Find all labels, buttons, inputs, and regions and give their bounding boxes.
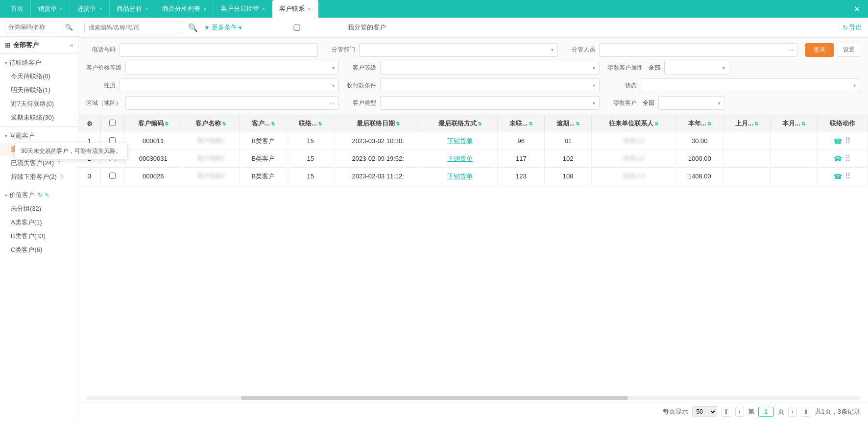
tab-customer-segment[interactable]: 客户分层经营 ×: [214, 0, 272, 18]
staff-select[interactable]: ···: [599, 43, 797, 57]
tab-purchase-close[interactable]: ×: [99, 6, 102, 12]
cell-last-contact-method[interactable]: 下销货单: [422, 168, 498, 185]
sidebar-item-at-risk[interactable]: 流失预警客户(3) ⚠: [0, 143, 78, 156]
tab-customer-contact-close[interactable]: ×: [308, 6, 311, 12]
customer-type-select[interactable]: ▾: [380, 96, 600, 110]
prev-page-button[interactable]: ‹: [735, 407, 744, 417]
search-button[interactable]: 🔍: [188, 23, 198, 32]
refresh-icon[interactable]: ↻: [38, 192, 43, 198]
more-conditions-button[interactable]: ▼ 更多条件 ▾: [204, 23, 242, 32]
sidebar-item-week[interactable]: 近7天待联络(0): [0, 97, 78, 111]
cell-last-contact-method[interactable]: 下销货单: [422, 132, 498, 150]
region-more-icon[interactable]: ···: [330, 99, 335, 106]
tab-customer-segment-close[interactable]: ×: [262, 6, 265, 12]
sidebar-item-today[interactable]: 今天待联络(0): [0, 70, 78, 83]
edit-icon[interactable]: ✎: [45, 192, 49, 198]
tab-sales-close[interactable]: ×: [60, 6, 63, 12]
sidebar-section-pending-title[interactable]: ▾ 待联络客户: [0, 56, 78, 70]
price-grade-select[interactable]: ▾: [125, 61, 339, 74]
search-input[interactable]: [84, 22, 182, 33]
cell-action: ☎ ⠿: [817, 132, 868, 150]
contact-action-icon[interactable]: ☎: [834, 173, 842, 180]
tab-product-analysis-list[interactable]: 商品分析列表 ×: [155, 0, 214, 18]
col-contacts[interactable]: 联络...⇅: [287, 115, 334, 132]
row-checkbox[interactable]: [109, 173, 116, 179]
col-last-date[interactable]: 最后联络日期⇅: [334, 115, 422, 132]
last-page-button[interactable]: ⟫: [801, 407, 811, 417]
export-button[interactable]: ↻ 导出: [843, 23, 862, 32]
col-no-contact[interactable]: 未联...⇅: [498, 115, 545, 132]
col-code[interactable]: 客户编码⇅: [124, 115, 182, 132]
sidebar-section-value-title[interactable]: ▾ 价值客户 ↻ ✎: [0, 188, 78, 202]
query-button[interactable]: 查询: [805, 43, 834, 57]
more-action-icon[interactable]: ⠿: [845, 172, 851, 181]
dept-select[interactable]: ▾: [359, 43, 557, 57]
col-overdue[interactable]: 逾期...⇅: [545, 115, 592, 132]
col-last-month[interactable]: 上月...⇅: [723, 115, 770, 132]
cell-last-contact-method[interactable]: 下销货单: [422, 150, 498, 168]
select-all-checkbox[interactable]: [109, 120, 116, 126]
tab-sales[interactable]: 销货单 ×: [31, 0, 70, 18]
more-action-icon[interactable]: ⠿: [845, 136, 851, 146]
status-select[interactable]: ▾: [641, 78, 860, 92]
contact-method-link[interactable]: 下销货单: [447, 137, 473, 145]
contact-method-link[interactable]: 下销货单: [447, 155, 473, 162]
sidebar-item-overdue[interactable]: 逾期未联络(30): [0, 111, 78, 124]
payment-select[interactable]: ▾: [380, 78, 600, 92]
col-unit-contact[interactable]: 往来单位联系人⇅: [592, 115, 676, 132]
tab-product-analysis-list-close[interactable]: ×: [203, 6, 206, 12]
row-checkbox[interactable]: [109, 137, 116, 144]
my-customers-filter[interactable]: 我分管的客户: [248, 23, 386, 32]
sidebar-item-lost[interactable]: 已流失客户(24) ?: [0, 156, 78, 170]
sidebar-item-tomorrow[interactable]: 明天待联络(1): [0, 83, 78, 97]
tab-purchase[interactable]: 进货单 ×: [70, 0, 109, 18]
gender-select[interactable]: ▾: [120, 78, 339, 92]
scroll-thumb[interactable]: [241, 396, 628, 400]
customer-grade-select[interactable]: ▾: [380, 61, 600, 74]
contact-method-link[interactable]: 下销货单: [447, 173, 473, 180]
page-number-input[interactable]: [758, 407, 774, 417]
col-checkbox[interactable]: [101, 115, 124, 132]
tab-home[interactable]: 首页: [4, 0, 31, 18]
col-name[interactable]: 客户名称⇅: [182, 115, 239, 132]
region-select[interactable]: ···: [125, 96, 339, 110]
zero-attr-select[interactable]: ▾: [664, 61, 729, 74]
col-last-method[interactable]: 最后联络方式⇅: [422, 115, 498, 132]
tab-product-analysis[interactable]: 商品分析 ×: [110, 0, 155, 18]
contact-action-icon[interactable]: ☎: [834, 137, 842, 145]
sidebar-item-b-class[interactable]: B类客户(33): [0, 229, 78, 243]
per-page-select[interactable]: 50 100 200: [692, 406, 717, 417]
contact-action-icon[interactable]: ☎: [834, 155, 842, 163]
first-page-button[interactable]: ⟪: [721, 407, 731, 417]
staff-more-icon[interactable]: ···: [788, 47, 793, 53]
lost-label: 已流失客户(24): [11, 159, 54, 167]
col-category[interactable]: 客户...⇅: [240, 115, 287, 132]
my-customers-checkbox[interactable]: [248, 25, 346, 31]
cell-checkbox[interactable]: [101, 150, 124, 168]
cell-checkbox[interactable]: [101, 132, 124, 150]
sidebar-item-a-class[interactable]: A类客户(1): [0, 216, 78, 229]
phone-input[interactable]: [120, 43, 318, 57]
tab-customer-contact[interactable]: 客户联系 ×: [272, 0, 318, 18]
col-this-month[interactable]: 本月...⇅: [770, 115, 817, 132]
sidebar-item-c-class[interactable]: C类客户(6): [0, 243, 78, 257]
horizontal-scrollbar[interactable]: [86, 396, 860, 400]
sidebar-item-ungroup[interactable]: 未分组(32): [0, 202, 78, 216]
col-this-year[interactable]: 本年...⇅: [676, 115, 723, 132]
row-checkbox[interactable]: [109, 155, 116, 161]
sidebar-section-problem-title[interactable]: ▾ 问题客户: [0, 129, 78, 143]
next-page-button[interactable]: ›: [788, 407, 797, 417]
retail-select[interactable]: ▾: [658, 96, 725, 110]
tab-product-analysis-close[interactable]: ×: [145, 6, 148, 12]
cell-checkbox[interactable]: [101, 168, 124, 185]
b-class-label: B类客户(33): [11, 232, 46, 240]
sidebar-collapse-icon[interactable]: «: [70, 42, 73, 48]
sidebar-item-declining[interactable]: 持续下滑客户(2) ?: [0, 170, 78, 184]
window-close-button[interactable]: ✕: [850, 4, 864, 14]
col-settings[interactable]: ⚙: [78, 115, 101, 132]
sidebar-search-input[interactable]: [5, 22, 63, 32]
sidebar-all-customers[interactable]: ⊞ 全部客户 «: [0, 37, 78, 54]
more-action-icon[interactable]: ⠿: [845, 154, 851, 163]
price-grade-arrow-icon: ▾: [332, 65, 335, 71]
settings-button[interactable]: 设置: [838, 43, 860, 57]
